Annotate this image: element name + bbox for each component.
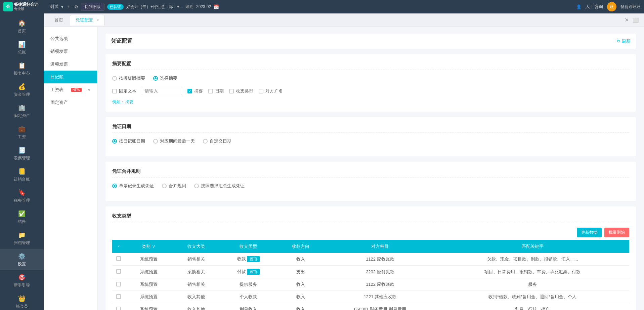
td-keywords: 项目、日常费用、报销款、车费、承兑汇票、付款 bbox=[436, 266, 629, 278]
merge-radio-group: 单条记录生成凭证 合并规则 按照选择汇总生成凭证 bbox=[112, 183, 629, 189]
checkbox-counterparty[interactable]: 对方户名 bbox=[259, 88, 283, 94]
td-checkbox[interactable] bbox=[112, 291, 125, 303]
update-data-button[interactable]: 更新数据 bbox=[577, 228, 602, 237]
sidebar-item-settings[interactable]: ⚙️ 设置 bbox=[0, 249, 44, 270]
sidebar-item-label: 新手引导 bbox=[14, 282, 30, 288]
table-header-bar: 更新数据 批量删除 bbox=[112, 228, 629, 237]
content-area: 首页 凭证配置 × ✕ ⬜ 公共选项 销项发票 进项发票 bbox=[44, 13, 644, 310]
example-prefix: 例如： bbox=[112, 100, 124, 104]
radio-circle bbox=[203, 139, 208, 144]
checkbox-date[interactable]: 日期 bbox=[208, 88, 224, 94]
example-text: 例如： 摘要 bbox=[112, 99, 629, 105]
new-badge: NEW bbox=[71, 88, 82, 92]
test-label: 测试 bbox=[50, 4, 58, 10]
calendar-icon[interactable]: 📅 bbox=[214, 4, 219, 9]
tab-close-icon[interactable]: × bbox=[96, 17, 99, 23]
sidebar-item-guide[interactable]: 🎯 新手引导 bbox=[0, 270, 44, 292]
summary-radio-group: 按模板版摘要 选择摘要 bbox=[112, 75, 629, 81]
radio-label: 合并规则 bbox=[169, 183, 186, 189]
checkbox-fixed-text[interactable]: 固定文本 bbox=[112, 88, 136, 94]
row-checkbox[interactable] bbox=[116, 307, 121, 310]
checkbox-label: 摘要 bbox=[194, 88, 203, 94]
td-account: 2202 应付账款 bbox=[325, 266, 436, 278]
sidebar-item-salary[interactable]: 💼 工资 bbox=[0, 122, 44, 143]
row-checkbox[interactable] bbox=[116, 256, 121, 261]
left-nav-purchase-invoice[interactable]: 进项发票 bbox=[44, 58, 97, 71]
sales-icon: 📒 bbox=[18, 168, 26, 175]
tab-home[interactable]: 首页 bbox=[49, 15, 69, 25]
row-checkbox[interactable] bbox=[116, 269, 121, 274]
settings-icon[interactable]: ⚙ bbox=[74, 4, 78, 9]
sidebar-item-reports[interactable]: 📋 报表中心 bbox=[0, 59, 44, 80]
sidebar-item-close[interactable]: ✅ 结账 bbox=[0, 207, 44, 228]
sidebar-item-assets[interactable]: 🏢 固定资产 bbox=[0, 101, 44, 122]
left-nav-label: 日记账 bbox=[50, 74, 63, 80]
th-direction: 收款方向 bbox=[277, 240, 324, 253]
sidebar-item-sales[interactable]: 📒 进销台账 bbox=[0, 164, 44, 186]
sidebar-item-label: 进销台账 bbox=[14, 177, 30, 182]
top-tag-button[interactable]: 置顶 bbox=[247, 269, 260, 275]
refresh-button[interactable]: ↻ 刷新 bbox=[617, 38, 631, 44]
td-type: 个人收款 bbox=[220, 291, 277, 303]
radio-single-record[interactable]: 单条记录生成凭证 bbox=[112, 183, 154, 189]
window-close-icon[interactable]: ✕ bbox=[625, 17, 629, 23]
top-tag-button[interactable]: 置顶 bbox=[247, 256, 260, 262]
sidebar-item-archive[interactable]: 📁 归档管理 bbox=[0, 228, 44, 249]
sidebar-item-invoice[interactable]: 🧾 发票管理 bbox=[0, 143, 44, 164]
sidebar-item-membership[interactable]: 👑 畅会员 bbox=[0, 292, 44, 310]
radio-circle bbox=[112, 184, 117, 188]
radio-template-summary[interactable]: 按模板版摘要 bbox=[112, 75, 145, 81]
radio-summary-generate[interactable]: 按照选择汇总生成凭证 bbox=[194, 183, 245, 189]
summary-checkbox-group: 固定文本 摘要 日期 收支类型 bbox=[112, 87, 629, 95]
sidebar-item-ledger[interactable]: 📊 总账 bbox=[0, 37, 44, 59]
left-nav-fixed-assets[interactable]: 固定资产 bbox=[44, 96, 97, 109]
switch-version-button[interactable]: 切到旧版 bbox=[81, 3, 104, 11]
radio-label: 单条记录生成凭证 bbox=[119, 183, 154, 189]
td-direction: 收入 bbox=[277, 303, 324, 310]
td-checkbox[interactable] bbox=[112, 253, 125, 266]
left-nav-label: 固定资产 bbox=[50, 100, 68, 106]
main-layout: 🏠 首页 📊 总账 📋 报表中心 💰 资金管理 🏢 固定资产 💼 工资 🧾 发票… bbox=[0, 13, 644, 310]
radio-select-summary[interactable]: 选择摘要 bbox=[153, 75, 177, 81]
checkbox-income-type[interactable]: 收支类型 bbox=[229, 88, 253, 94]
td-keywords: 欠款、现金、项目款、到款、报销款、汇入、... bbox=[436, 253, 629, 266]
date-section-title: 凭证日期 bbox=[112, 124, 629, 133]
left-nav-public[interactable]: 公共选项 bbox=[44, 32, 97, 45]
page-title-bar: 凭证配置 ↻ 刷新 bbox=[105, 34, 636, 49]
fixed-text-input[interactable] bbox=[142, 87, 182, 95]
td-checkbox[interactable] bbox=[112, 266, 125, 278]
dropdown-icon[interactable]: ▾ bbox=[61, 4, 63, 9]
th-checkbox[interactable] bbox=[112, 240, 125, 253]
batch-delete-button[interactable]: 批量删除 bbox=[604, 228, 629, 237]
left-nav-payroll[interactable]: 工资表 NEW ▾ bbox=[44, 83, 97, 96]
tab-voucher-config[interactable]: 凭证配置 × bbox=[70, 15, 104, 26]
checkbox-summary[interactable]: 摘要 bbox=[187, 88, 203, 94]
support-label[interactable]: 人工咨询 bbox=[586, 4, 603, 10]
refresh-icon: ↻ bbox=[617, 39, 620, 44]
add-icon[interactable]: ＋ bbox=[66, 3, 72, 10]
radio-label: 对应期间最后一天 bbox=[160, 138, 195, 144]
refresh-label: 刷新 bbox=[622, 38, 631, 44]
sidebar-item-tax[interactable]: 🔖 税务管理 bbox=[0, 186, 44, 207]
row-checkbox[interactable] bbox=[116, 282, 121, 286]
left-nav-journal[interactable]: 日记账 bbox=[44, 71, 97, 83]
checkbox-label: 对方户名 bbox=[265, 88, 283, 94]
row-checkbox[interactable] bbox=[116, 294, 121, 299]
select-all-checkbox[interactable] bbox=[116, 244, 121, 248]
radio-merge-rule[interactable]: 合并规则 bbox=[162, 183, 186, 189]
radio-custom-date[interactable]: 自定义日期 bbox=[203, 138, 231, 144]
td-checkbox[interactable] bbox=[112, 278, 125, 291]
window-maximize-icon[interactable]: ⬜ bbox=[633, 17, 639, 23]
left-nav-sales-invoice[interactable]: 销项发票 bbox=[44, 45, 97, 58]
merge-section-title: 凭证合并规则 bbox=[112, 168, 629, 178]
td-checkbox[interactable] bbox=[112, 303, 125, 310]
radio-period-last-day[interactable]: 对应期间最后一天 bbox=[153, 138, 195, 144]
sidebar-item-label: 资金管理 bbox=[14, 92, 30, 98]
td-category: 系统预置 bbox=[125, 278, 172, 291]
sidebar-item-home[interactable]: 🏠 首页 bbox=[0, 16, 44, 37]
radio-circle bbox=[112, 139, 117, 144]
membership-icon: 👑 bbox=[18, 295, 26, 302]
td-major: 收入其他 bbox=[172, 291, 220, 303]
radio-journal-date[interactable]: 按日记账日期 bbox=[112, 138, 145, 144]
sidebar-item-funds[interactable]: 💰 资金管理 bbox=[0, 80, 44, 101]
